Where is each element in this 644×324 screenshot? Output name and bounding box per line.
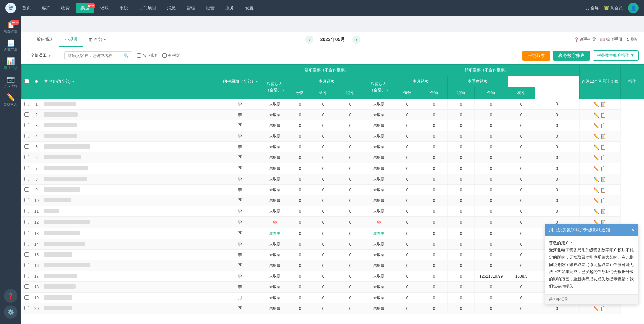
row-customer-name[interactable] [41, 239, 221, 250]
nav-item-operation[interactable]: 经营 [201, 3, 219, 13]
sidebar-item-smart-ticket[interactable]: 📋 智能取票 new [1, 19, 20, 37]
row-checkbox[interactable] [22, 174, 32, 185]
filter-minxia[interactable]: 名下账套 [137, 53, 158, 58]
sidebar-item-invoice-open[interactable]: 🧾 发票开具 [1, 37, 20, 55]
edit-icon[interactable]: ✏️ [593, 112, 599, 118]
nav-item-biz[interactable]: 工商项目 [134, 3, 161, 13]
row-checkbox[interactable] [22, 152, 32, 163]
yijian-quapiao-btn[interactable]: 一键取票 [522, 51, 550, 61]
edit-icon[interactable]: ✏️ [593, 166, 599, 171]
select-all-checkbox[interactable] [24, 79, 29, 83]
filter-youshupan[interactable]: 有税盘 [162, 53, 180, 58]
edit-icon[interactable]: ✏️ [593, 155, 599, 160]
row-customer-name[interactable] [41, 250, 221, 260]
row-customer-name[interactable] [41, 163, 221, 174]
sidebar-item-scan-upload[interactable]: 📷 扫描上传 [1, 73, 20, 91]
employee-filter[interactable]: 全部员工 ▾ [27, 51, 60, 60]
user-avatar[interactable]: 👤 [628, 3, 639, 13]
manual-btn[interactable]: 📖 操作手册 [600, 37, 622, 42]
sidebar-settings-btn[interactable]: ⚙️ [4, 305, 17, 319]
row-checkbox[interactable] [22, 293, 32, 303]
edit-icon[interactable]: ✏️ [593, 123, 599, 128]
refresh-btn[interactable]: ↻ 刷新 [626, 37, 639, 42]
nav-item-tax[interactable]: 报税 [115, 3, 133, 13]
tab-xiaogui[interactable]: 小规模 [59, 32, 83, 47]
th-checkbox[interactable] [22, 65, 32, 99]
row-checkbox[interactable] [22, 250, 32, 260]
nav-item-service[interactable]: 服务 [221, 3, 239, 13]
row-customer-name[interactable] [41, 228, 221, 239]
row-customer-name[interactable] [41, 217, 221, 228]
nav-item-ticket[interactable]: 票据 new [76, 3, 94, 13]
row-checkbox[interactable] [22, 99, 32, 110]
edit-icon[interactable]: ✏️ [593, 177, 599, 182]
copy-icon[interactable]: 📋 [600, 144, 606, 150]
copy-icon[interactable]: 📋 [600, 166, 606, 171]
th-xiao-status[interactable]: 取票状态（全部）▾ [364, 76, 394, 99]
row-customer-name[interactable] [41, 293, 221, 303]
minxia-checkbox[interactable] [137, 53, 141, 58]
copy-icon[interactable]: 📋 [600, 209, 606, 214]
row-customer-name[interactable] [41, 99, 221, 110]
period-next-btn[interactable]: › [352, 36, 360, 44]
row-checkbox[interactable] [22, 303, 32, 314]
tab-quaneng[interactable]: ⊞ 全能 ▾ [83, 33, 111, 47]
search-icon[interactable]: 🔍 [124, 53, 129, 58]
nav-item-customer[interactable]: 客户 [37, 3, 55, 13]
row-checkbox[interactable] [22, 217, 32, 228]
nav-item-message[interactable]: 消息 [162, 3, 180, 13]
search-input[interactable] [68, 53, 122, 58]
copy-icon[interactable]: 📋 [600, 187, 606, 193]
row-customer-name[interactable] [41, 120, 221, 131]
row-checkbox[interactable] [22, 185, 32, 195]
copy-icon[interactable]: 📋 [600, 112, 606, 118]
edit-icon[interactable]: ✏️ [593, 198, 599, 203]
copy-icon[interactable]: 📋 [600, 123, 606, 128]
row-customer-name[interactable] [41, 206, 221, 217]
edit-icon[interactable]: ✏️ [593, 144, 599, 150]
row-customer-name[interactable] [41, 142, 221, 152]
sidebar-help-btn[interactable]: ❓ [4, 289, 17, 303]
copy-icon[interactable]: 📋 [600, 134, 606, 139]
row-checkbox[interactable] [22, 239, 32, 250]
nav-item-settings[interactable]: 设置 [240, 3, 258, 13]
nav-item-manage[interactable]: 管理 [182, 3, 200, 13]
sidebar-item-ticket-entry[interactable]: ✏️ 票据录入 [1, 91, 20, 109]
member-btn[interactable]: 👑 购会员 [604, 5, 623, 11]
row-customer-name[interactable] [41, 131, 221, 142]
row-customer-name[interactable] [41, 282, 221, 293]
row-checkbox[interactable] [22, 195, 32, 206]
copy-icon[interactable]: 📋 [600, 155, 606, 160]
nav-item-fee[interactable]: 收费 [56, 3, 74, 13]
row-customer-name[interactable] [41, 185, 221, 195]
edit-icon[interactable]: ✏️ [593, 306, 599, 311]
row-customer-name[interactable] [41, 271, 221, 282]
copy-icon[interactable]: 📋 [600, 102, 606, 107]
shuiwu-digital-btn[interactable]: 税务数字账户 [553, 51, 590, 61]
row-checkbox[interactable] [22, 260, 32, 271]
row-checkbox[interactable] [22, 120, 32, 131]
edit-icon[interactable]: ✏️ [593, 102, 599, 107]
row-checkbox[interactable] [22, 282, 32, 293]
th-jin-status[interactable]: 取票状态（全部）▾ [260, 76, 290, 99]
guide-btn[interactable]: ❓ 新手引导 [574, 37, 596, 42]
row-checkbox[interactable] [22, 271, 32, 282]
th-settings[interactable]: ⚙ [32, 65, 41, 99]
row-customer-name[interactable] [41, 174, 221, 185]
th-tax-period[interactable]: 纳税周期（全部）▾ [221, 65, 260, 99]
shuiwu-digital-op-btn[interactable]: 税务数字账户操作 ▼ [593, 50, 639, 61]
fullscreen-btn[interactable]: ⛶ 全屏 [585, 5, 599, 11]
period-prev-btn[interactable]: ‹ [305, 36, 313, 44]
row-customer-name[interactable] [41, 152, 221, 163]
notif-close-btn[interactable]: × [631, 227, 634, 233]
row-checkbox[interactable] [22, 142, 32, 152]
nav-item-accounting[interactable]: 记账 [95, 3, 113, 13]
edit-icon[interactable]: ✏️ [593, 134, 599, 139]
row-checkbox[interactable] [22, 228, 32, 239]
row-checkbox[interactable] [22, 163, 32, 174]
tab-yiban[interactable]: 一般纳税人 [27, 32, 59, 47]
row-checkbox[interactable] [22, 110, 32, 120]
edit-icon[interactable]: ✏️ [593, 187, 599, 193]
sidebar-item-ticket-summary[interactable]: 📊 票据汇总 [1, 55, 20, 73]
copy-icon[interactable]: 📋 [600, 198, 606, 203]
